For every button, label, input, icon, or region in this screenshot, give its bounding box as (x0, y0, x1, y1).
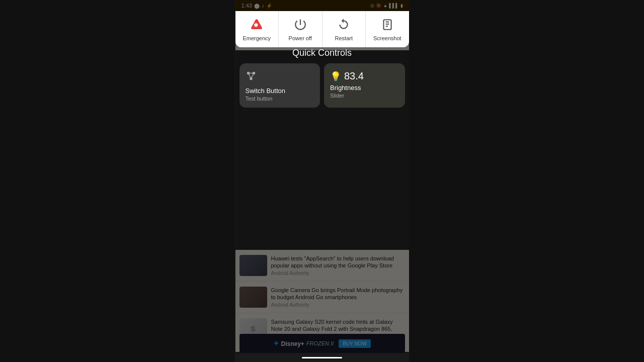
svg-line-9 (248, 73, 251, 79)
restart-button[interactable]: Restart (322, 11, 366, 47)
svg-text:✱: ✱ (254, 22, 259, 28)
emergency-button[interactable]: ✱ Emergency (235, 11, 279, 47)
restart-icon (337, 18, 350, 33)
screenshot-label: Screenshot (373, 35, 401, 41)
quick-controls-cards: Switch Button Test button 💡 83.4 Brightn… (239, 63, 405, 108)
left-background (0, 0, 235, 362)
power-menu-row: ✱ Emergency Power off (235, 11, 409, 47)
phone-screen: 1:43 ⬤ ♪ ⚡ ◎ 🔕 ▲ ▌▌▌ ▮ HMD Global announ… (235, 0, 409, 362)
power-off-icon (294, 18, 307, 33)
restart-label: Restart (335, 35, 353, 41)
emergency-label: Emergency (243, 35, 271, 41)
brightness-value-row: 💡 83.4 (330, 70, 399, 82)
svg-line-10 (251, 73, 254, 79)
screenshot-button[interactable]: Screenshot (365, 11, 409, 47)
switch-button-card[interactable]: Switch Button Test button (239, 63, 320, 108)
power-off-button[interactable]: Power off (278, 11, 322, 47)
brightness-card[interactable]: 💡 83.4 Brightness Slider (324, 63, 405, 108)
brightness-title: Brightness (330, 84, 399, 92)
brightness-value: 83.4 (344, 70, 364, 82)
power-menu: ✱ Emergency Power off (235, 11, 409, 47)
screenshot-icon (381, 18, 394, 33)
home-indicator[interactable] (302, 357, 342, 358)
bulb-icon: 💡 (330, 71, 341, 82)
brightness-type: Slider (330, 93, 399, 99)
power-off-label: Power off (289, 35, 312, 41)
emergency-icon: ✱ (250, 18, 263, 33)
switch-button-subtitle: Test button (246, 96, 314, 102)
right-background (409, 0, 644, 362)
quick-controls-panel: Quick Controls Switch Button Test button (239, 48, 405, 108)
switch-button-icon (246, 70, 314, 84)
quick-controls-title: Quick Controls (239, 48, 405, 58)
switch-button-title: Switch Button (246, 87, 314, 95)
bottom-bar (235, 353, 409, 362)
